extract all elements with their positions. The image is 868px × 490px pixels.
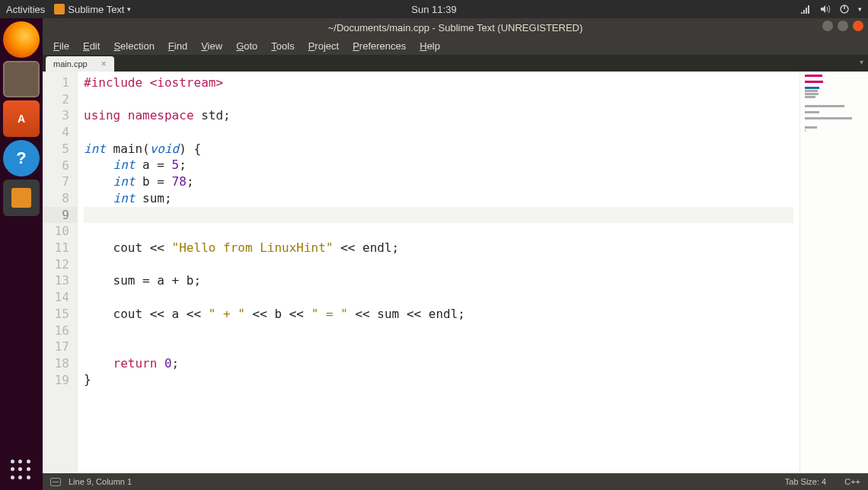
- code-line[interactable]: #include <iostream>: [84, 75, 793, 91]
- line-number[interactable]: 12: [43, 256, 77, 273]
- menu-file[interactable]: File: [47, 39, 75, 53]
- network-icon[interactable]: [799, 3, 811, 15]
- launcher-software[interactable]: [3, 100, 40, 137]
- launcher-sublime[interactable]: [3, 180, 40, 216]
- tab-label: main.cpp: [53, 59, 88, 68]
- line-number[interactable]: 7: [43, 173, 77, 190]
- gutter[interactable]: 12345678910111213141516171819: [43, 72, 78, 473]
- code-line[interactable]: int a = 5;: [84, 157, 793, 173]
- power-icon[interactable]: [838, 3, 850, 15]
- launcher-help[interactable]: ?: [3, 140, 40, 177]
- line-number[interactable]: 9: [43, 207, 77, 224]
- line-number[interactable]: 1: [43, 75, 77, 91]
- menu-find[interactable]: Find: [162, 39, 193, 53]
- code-line[interactable]: cout << "Hello from LinuxHint" << endl;: [84, 240, 793, 256]
- line-number[interactable]: 11: [43, 240, 77, 256]
- menu-edit[interactable]: Edit: [77, 39, 106, 53]
- show-applications[interactable]: [0, 460, 43, 481]
- tab-overflow-icon[interactable]: ▾: [860, 58, 863, 66]
- maximize-button[interactable]: [838, 21, 848, 31]
- close-button[interactable]: [853, 21, 863, 31]
- menu-project[interactable]: Project: [302, 39, 345, 53]
- launcher-firefox[interactable]: [3, 21, 40, 58]
- code-line[interactable]: [84, 91, 793, 108]
- line-number[interactable]: 17: [43, 339, 77, 355]
- code-line[interactable]: [84, 322, 793, 339]
- code-line[interactable]: int b = 78;: [84, 173, 793, 190]
- chevron-down-icon[interactable]: ▾: [858, 5, 862, 13]
- line-number[interactable]: 15: [43, 306, 77, 323]
- statusbar: Line 9, Column 1 Tab Size: 4 C++: [43, 473, 868, 490]
- line-number[interactable]: 14: [43, 289, 77, 306]
- code-line[interactable]: [84, 207, 793, 224]
- line-number[interactable]: 6: [43, 158, 77, 174]
- menubar: FileEditSelectionFindViewGotoToolsProjec…: [43, 37, 868, 55]
- line-number[interactable]: 10: [43, 223, 77, 240]
- code-line[interactable]: }: [84, 371, 793, 388]
- app-indicator[interactable]: Sublime Text ▾: [54, 4, 131, 15]
- activities-button[interactable]: Activities: [6, 4, 45, 15]
- line-number[interactable]: 19: [43, 372, 77, 389]
- line-number[interactable]: 4: [43, 124, 77, 141]
- code-line[interactable]: [84, 339, 793, 355]
- volume-icon[interactable]: [819, 3, 831, 15]
- code-line[interactable]: int sum;: [84, 190, 793, 207]
- sublime-icon: [54, 4, 65, 14]
- menu-preferences[interactable]: Preferences: [346, 39, 412, 53]
- chevron-down-icon: ▾: [127, 5, 131, 13]
- menu-selection[interactable]: Selection: [107, 39, 160, 53]
- line-number[interactable]: 3: [43, 107, 77, 124]
- line-number[interactable]: 18: [43, 355, 77, 372]
- minimize-button[interactable]: [822, 21, 833, 31]
- window-title: ~/Documents/main.cpp - Sublime Text (UNR…: [328, 22, 583, 33]
- tab-size[interactable]: Tab Size: 4: [785, 477, 826, 486]
- clock[interactable]: Sun 11:39: [411, 4, 456, 15]
- code-line[interactable]: cout << a << " + " << b << " = " << sum …: [84, 306, 793, 323]
- code-line[interactable]: [84, 289, 793, 306]
- code-area[interactable]: #include <iostream>using namespace std;i…: [78, 72, 799, 473]
- line-number[interactable]: 2: [43, 91, 77, 108]
- code-line[interactable]: sum = a + b;: [84, 272, 793, 289]
- code-line[interactable]: return 0;: [84, 355, 793, 372]
- cursor-position[interactable]: Line 9, Column 1: [69, 477, 132, 486]
- panel-switcher-icon[interactable]: [50, 478, 61, 486]
- sublime-window: ~/Documents/main.cpp - Sublime Text (UNR…: [43, 18, 868, 490]
- dock: ?: [0, 18, 43, 490]
- menu-help[interactable]: Help: [413, 39, 446, 53]
- menu-goto[interactable]: Goto: [230, 39, 263, 53]
- code-line[interactable]: [84, 223, 793, 240]
- window-titlebar[interactable]: ~/Documents/main.cpp - Sublime Text (UNR…: [43, 18, 868, 37]
- syntax-mode[interactable]: C++: [844, 477, 860, 486]
- line-number[interactable]: 5: [43, 141, 77, 158]
- code-line[interactable]: int main(void) {: [84, 141, 793, 158]
- gnome-topbar: Activities Sublime Text ▾ Sun 11:39 ▾: [0, 0, 868, 18]
- tab-close-icon[interactable]: ×: [101, 59, 107, 69]
- editor: 12345678910111213141516171819 #include <…: [43, 72, 868, 473]
- tab-main-cpp[interactable]: main.cpp ×: [46, 56, 114, 72]
- launcher-files[interactable]: [3, 61, 40, 97]
- menu-tools[interactable]: Tools: [265, 39, 300, 53]
- code-line[interactable]: [84, 256, 793, 273]
- code-line[interactable]: using namespace std;: [84, 107, 793, 124]
- minimap[interactable]: [799, 72, 868, 473]
- menu-view[interactable]: View: [195, 39, 228, 53]
- tabbar: main.cpp × ▾: [43, 55, 868, 72]
- line-number[interactable]: 13: [43, 272, 77, 289]
- code-line[interactable]: [84, 124, 793, 141]
- line-number[interactable]: 8: [43, 190, 77, 207]
- line-number[interactable]: 16: [43, 323, 77, 339]
